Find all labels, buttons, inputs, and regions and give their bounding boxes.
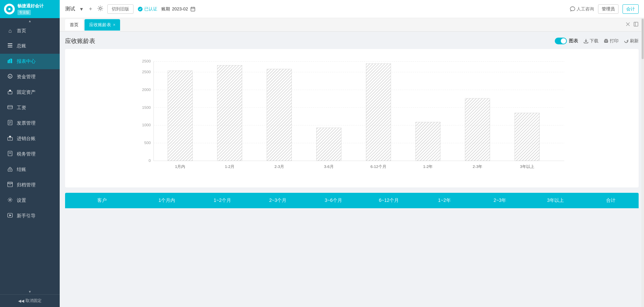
period-value: 2023-02 — [172, 6, 188, 11]
svg-text:1-2月: 1-2月 — [225, 164, 234, 169]
svg-marker-29 — [9, 214, 11, 216]
svg-text:3年以上: 3年以上 — [520, 164, 534, 169]
app-logo-icon — [4, 4, 15, 14]
tab-ar-aging[interactable]: 应收账龄表 × — [85, 19, 120, 31]
close-window-btn[interactable] — [625, 21, 631, 28]
close-account-icon — [7, 166, 13, 173]
svg-rect-72 — [515, 113, 540, 161]
chart-toggle-switch[interactable] — [555, 38, 567, 44]
download-btn[interactable]: 下载 — [584, 38, 598, 44]
svg-text:2500: 2500 — [142, 70, 151, 74]
role-btn[interactable]: 会计 — [623, 4, 639, 14]
sidebar-item-asset[interactable]: 固定资产 — [0, 85, 60, 100]
main-content: 测试 ▼ ＋ 切到旧版 已认证 账期 2023-02 人工咨询 管理员 会计 首… — [60, 0, 644, 307]
cancel-fixed-label: 取消固定 — [25, 298, 42, 304]
svg-rect-25 — [8, 182, 12, 183]
scroll-down-indicator[interactable]: ▼ — [0, 289, 60, 294]
svg-rect-41 — [605, 41, 607, 42]
company-settings-btn[interactable] — [97, 5, 103, 13]
col-1-2month: 1~2个月 — [195, 198, 250, 204]
svg-rect-4 — [8, 47, 12, 47]
tab-home[interactable]: 首页 — [65, 19, 83, 31]
sidebar-item-archive[interactable]: 归档管理 — [0, 177, 60, 193]
svg-rect-10 — [8, 91, 12, 94]
svg-rect-2 — [8, 43, 12, 44]
pin-icon: ◀◀ — [18, 299, 24, 303]
bar-chart: 0 500 1000 1500 2000 2500 2500 1 — [70, 54, 633, 182]
home-icon: ⌂ — [7, 28, 13, 34]
svg-rect-66 — [366, 63, 391, 161]
page-title: 应收账龄表 — [65, 37, 95, 45]
cancel-fixed-btn[interactable]: ◀◀ 取消固定 — [0, 294, 60, 307]
sidebar-item-label: 结账 — [17, 167, 26, 173]
svg-rect-62 — [267, 69, 292, 161]
sidebar-nav: ⌂ 首页 总账 报表中心 ¥ 资金管理 固定资产 — [0, 24, 60, 289]
certified-label: 已认证 — [144, 6, 157, 12]
sidebar-item-fund[interactable]: ¥ 资金管理 — [0, 69, 60, 85]
print-label: 打印 — [610, 38, 619, 44]
scroll-down-btn[interactable]: ▼ — [28, 290, 32, 293]
accounting-period: 账期 2023-02 — [161, 6, 196, 12]
col-3-6month: 3~6个月 — [306, 198, 361, 204]
sidebar-item-tax[interactable]: 税务管理 — [0, 146, 60, 162]
tabbar: 首页 应收账龄表 × — [60, 18, 644, 32]
sidebar-item-report[interactable]: 报表中心 — [0, 54, 60, 69]
svg-text:¥: ¥ — [9, 75, 11, 78]
payroll-icon — [7, 104, 13, 111]
svg-text:1月内: 1月内 — [175, 164, 185, 169]
col-total: 合计 — [583, 198, 639, 204]
company-name: 测试 — [65, 6, 75, 12]
scroll-up-btn[interactable]: ▲ — [28, 19, 32, 22]
tab-close-icon[interactable]: × — [113, 23, 115, 27]
refresh-btn[interactable]: 刷新 — [624, 38, 639, 44]
sidebar-item-label: 资金管理 — [17, 74, 36, 80]
sidebar-item-label: 新手引导 — [17, 213, 36, 219]
col-2-3month: 2~3个月 — [250, 198, 306, 204]
expand-window-btn[interactable] — [633, 21, 639, 28]
sidebar-item-home[interactable]: ⌂ 首页 — [0, 24, 60, 38]
switch-old-version-btn[interactable]: 切到旧版 — [107, 4, 133, 14]
sidebar-item-settings[interactable]: 设置 — [0, 193, 60, 208]
consult-btn[interactable]: 人工咨询 — [570, 6, 594, 12]
main-scrollbar[interactable] — [641, 18, 644, 307]
add-company-btn[interactable]: ＋ — [88, 5, 93, 12]
svg-rect-7 — [11, 59, 12, 63]
chart-svg: 0 500 1000 1500 2000 2500 2500 1 — [70, 54, 633, 182]
guide-icon — [7, 213, 13, 219]
fund-icon: ¥ — [7, 74, 13, 80]
sidebar-item-label: 归档管理 — [17, 182, 36, 188]
consult-label: 人工咨询 — [577, 6, 594, 12]
svg-rect-38 — [634, 22, 638, 26]
svg-text:1-2年: 1-2年 — [423, 164, 433, 169]
sidebar-item-ledger[interactable]: 总账 — [0, 38, 60, 54]
sidebar-item-label: 进销台账 — [17, 136, 36, 142]
svg-point-1 — [8, 8, 10, 10]
svg-text:2-3月: 2-3月 — [274, 164, 284, 169]
sidebar-item-guide[interactable]: 新手引导 — [0, 208, 60, 224]
tab-home-label: 首页 — [70, 22, 78, 28]
sidebar-item-close[interactable]: 结账 — [0, 162, 60, 177]
user-btn[interactable]: 管理员 — [598, 4, 619, 14]
company-dropdown-btn[interactable]: ▼ — [79, 6, 84, 12]
svg-point-30 — [99, 7, 101, 9]
download-label: 下载 — [590, 38, 598, 44]
svg-rect-3 — [8, 45, 12, 46]
sidebar-item-inventory[interactable]: 进销台账 — [0, 131, 60, 146]
scrollbar-thumb[interactable] — [642, 19, 644, 59]
sidebar-item-label: 固定资产 — [17, 89, 36, 95]
svg-rect-60 — [217, 65, 242, 161]
print-btn[interactable]: 打印 — [604, 38, 619, 44]
sidebar-logo: 畅捷通好会计 专业版 — [0, 0, 60, 18]
svg-text:1500: 1500 — [142, 105, 151, 109]
sidebar-item-payroll[interactable]: 工资 — [0, 100, 60, 116]
sidebar-item-invoice[interactable]: 发票管理 — [0, 116, 60, 131]
col-customer: 客户 — [65, 198, 139, 204]
page-actions: 图表 下载 打印 刷新 — [555, 38, 639, 44]
sidebar-item-label: 税务管理 — [17, 151, 36, 157]
app-logo-text: 畅捷通好会计 专业版 — [17, 3, 44, 15]
chart-toggle[interactable]: 图表 — [555, 38, 578, 44]
page-header: 应收账龄表 图表 下载 打印 刷新 — [65, 37, 639, 45]
col-2-3year: 2~3年 — [472, 198, 528, 204]
calendar-icon[interactable] — [190, 6, 196, 12]
scroll-up-indicator[interactable]: ▲ — [0, 18, 60, 24]
